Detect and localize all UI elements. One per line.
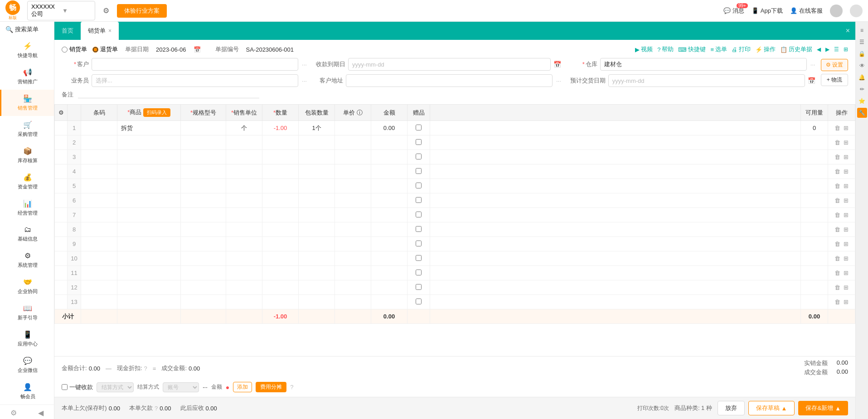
cell-note[interactable]: [430, 266, 801, 280]
cell-product[interactable]: [117, 150, 181, 164]
sidebar-item-basic[interactable]: 🗂 基础信息: [0, 221, 54, 247]
cell-spec[interactable]: [181, 121, 226, 135]
cell-unit[interactable]: [226, 251, 262, 266]
delete-icon[interactable]: 🗑: [834, 255, 840, 262]
history-button[interactable]: 📋 历史单据: [780, 45, 812, 53]
cell-price[interactable]: [335, 266, 371, 280]
cell-spec[interactable]: [181, 266, 226, 280]
tab-close-icon[interactable]: ×: [108, 28, 112, 34]
delete-icon[interactable]: 🗑: [834, 241, 840, 247]
cell-product[interactable]: [117, 193, 181, 208]
delete-icon[interactable]: 🗑: [834, 125, 840, 131]
copy-icon[interactable]: ⊞: [844, 226, 849, 233]
sidebar-item-guide[interactable]: 📖 新手引导: [0, 299, 54, 326]
topbar-settings-button[interactable]: ⚙: [99, 4, 113, 18]
cell-gift[interactable]: [407, 179, 430, 193]
copy-icon[interactable]: ⊞: [844, 197, 849, 204]
cell-note[interactable]: [430, 179, 801, 193]
cell-product[interactable]: [117, 251, 181, 266]
salesperson-input[interactable]: 选择...: [92, 74, 298, 87]
cell-gift[interactable]: [407, 164, 430, 179]
cell-pkgqty[interactable]: [299, 237, 335, 251]
cell-price[interactable]: [335, 208, 371, 222]
cell-barcode[interactable]: [81, 121, 117, 135]
save-draft-button[interactable]: 保存草稿 ▲: [748, 401, 795, 415]
expense-split-button[interactable]: 费用分摊: [256, 382, 286, 392]
radio-return-input[interactable]: [92, 47, 98, 53]
cell-spec[interactable]: [181, 208, 226, 222]
cell-note[interactable]: [430, 121, 801, 135]
one-key-pay-checkbox[interactable]: 一键收款: [62, 383, 93, 391]
cell-barcode[interactable]: [81, 135, 117, 150]
copy-icon[interactable]: ⊞: [844, 299, 849, 305]
cell-note[interactable]: [430, 164, 801, 179]
cell-barcode[interactable]: [81, 179, 117, 193]
grid-view-button[interactable]: ⊞: [844, 46, 848, 53]
cell-pkgqty[interactable]: [299, 193, 335, 208]
cell-unit[interactable]: [226, 164, 262, 179]
gift-checkbox[interactable]: [416, 154, 422, 159]
cell-gift[interactable]: [407, 280, 430, 295]
cell-barcode[interactable]: [81, 150, 117, 164]
cell-spec[interactable]: [181, 251, 226, 266]
copy-icon[interactable]: ⊞: [844, 125, 849, 131]
cell-amount[interactable]: [371, 251, 407, 266]
sidebar-item-wechat[interactable]: 💬 企业微信: [0, 352, 54, 378]
right-tool-4[interactable]: 👁: [857, 61, 867, 71]
one-key-pay-input[interactable]: [62, 384, 68, 390]
cell-spec[interactable]: [181, 222, 226, 237]
radio-return[interactable]: 退货单: [92, 45, 118, 53]
cell-product[interactable]: [117, 222, 181, 237]
sidebar-item-member[interactable]: 👤 畅会员: [0, 378, 54, 405]
radio-sales[interactable]: 销货单: [62, 45, 87, 53]
cell-note[interactable]: [430, 150, 801, 164]
cell-gift[interactable]: [407, 251, 430, 266]
cell-unit[interactable]: [226, 295, 262, 309]
cell-product[interactable]: [117, 280, 181, 295]
avatar[interactable]: [830, 5, 843, 17]
cell-product[interactable]: [117, 164, 181, 179]
gift-checkbox[interactable]: [416, 168, 422, 174]
cell-unit[interactable]: [226, 135, 262, 150]
cell-amount[interactable]: [371, 164, 407, 179]
cell-gift[interactable]: [407, 295, 430, 309]
cell-unit[interactable]: [226, 150, 262, 164]
cell-gift[interactable]: [407, 266, 430, 280]
online-service-button[interactable]: 👤 在线客服: [790, 7, 823, 15]
add-expense-button[interactable]: 添加: [233, 382, 252, 392]
copy-icon[interactable]: ⊞: [844, 270, 849, 276]
discard-button[interactable]: 放弃: [718, 401, 745, 415]
right-tool-1[interactable]: ≡: [857, 25, 867, 35]
cell-price[interactable]: [335, 295, 371, 309]
cell-note[interactable]: [430, 193, 801, 208]
prev-button[interactable]: ◀: [817, 46, 821, 53]
warehouse-dots-button[interactable]: ···: [810, 61, 815, 68]
tab-home[interactable]: 首页: [54, 22, 81, 40]
cell-unit[interactable]: 个: [226, 121, 262, 135]
radio-sales-input[interactable]: [62, 47, 68, 53]
shortcut-button[interactable]: ⌨ 快捷键: [678, 45, 706, 53]
right-tool-2[interactable]: ☰: [857, 37, 867, 47]
cell-spec[interactable]: [181, 164, 226, 179]
cell-product[interactable]: 拆货: [117, 121, 181, 135]
print-button[interactable]: 🖨 打印: [732, 45, 751, 53]
sidebar-settings-button[interactable]: ⚙: [10, 409, 17, 417]
cell-qty[interactable]: [262, 208, 299, 222]
scan-button[interactable]: 扫码录入: [143, 108, 170, 117]
gift-checkbox[interactable]: [416, 226, 422, 232]
copy-icon[interactable]: ⊞: [844, 139, 849, 146]
cell-price[interactable]: [335, 135, 371, 150]
cell-barcode[interactable]: [81, 193, 117, 208]
cell-price[interactable]: [335, 121, 371, 135]
cell-pkgqty[interactable]: [299, 251, 335, 266]
delete-icon[interactable]: 🗑: [834, 226, 840, 233]
logistics-button[interactable]: + 物流: [821, 74, 848, 86]
warehouse-input[interactable]: 建材仓: [600, 58, 807, 71]
cell-qty[interactable]: [262, 280, 299, 295]
calendar-icon[interactable]: 📅: [194, 46, 201, 53]
cell-unit[interactable]: [226, 222, 262, 237]
sidebar-item-sales[interactable]: 🏪 销售管理: [0, 90, 54, 116]
cell-gift[interactable]: [407, 121, 430, 135]
cell-qty[interactable]: [262, 164, 299, 179]
customer-dots-button[interactable]: ···: [302, 61, 307, 68]
